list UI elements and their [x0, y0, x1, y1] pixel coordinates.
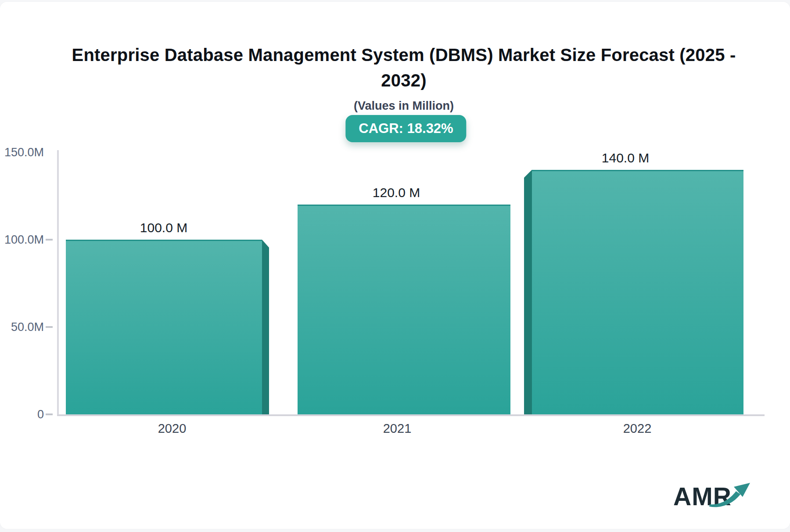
- y-tick-dash: [46, 239, 53, 241]
- y-tick-label: 50.0M: [0, 320, 44, 334]
- trending-up-arrow-icon: [707, 481, 751, 510]
- bar-2021[interactable]: [298, 205, 510, 414]
- bar-chart: 050.0M100.0M150.0M100.0 M2020120.0 M2021…: [0, 2, 790, 529]
- x-axis-line: [57, 414, 765, 416]
- bar-2020[interactable]: [66, 240, 262, 414]
- x-tick-label: 2021: [383, 421, 412, 436]
- amr-logo: AMR: [671, 480, 758, 515]
- y-axis-line: [57, 150, 59, 416]
- y-tick-label: 150.0M: [0, 146, 44, 159]
- y-tick-dash: [46, 326, 53, 328]
- bar-2022[interactable]: [532, 170, 743, 414]
- bar-3d-side: [262, 240, 269, 414]
- bar-3d-side: [524, 170, 532, 414]
- y-tick-label: 100.0M: [0, 233, 44, 247]
- x-tick-label: 2020: [158, 421, 187, 436]
- bar-value-label: 140.0 M: [602, 151, 649, 165]
- y-tick-dash: [46, 413, 53, 415]
- chart-card: Enterprise Database Management System (D…: [0, 2, 790, 529]
- bar-value-label: 120.0 M: [373, 185, 420, 200]
- page-background: Enterprise Database Management System (D…: [0, 0, 790, 532]
- y-tick-label: 0: [0, 408, 44, 421]
- bar-value-label: 100.0 M: [140, 220, 187, 235]
- x-tick-label: 2022: [623, 421, 652, 436]
